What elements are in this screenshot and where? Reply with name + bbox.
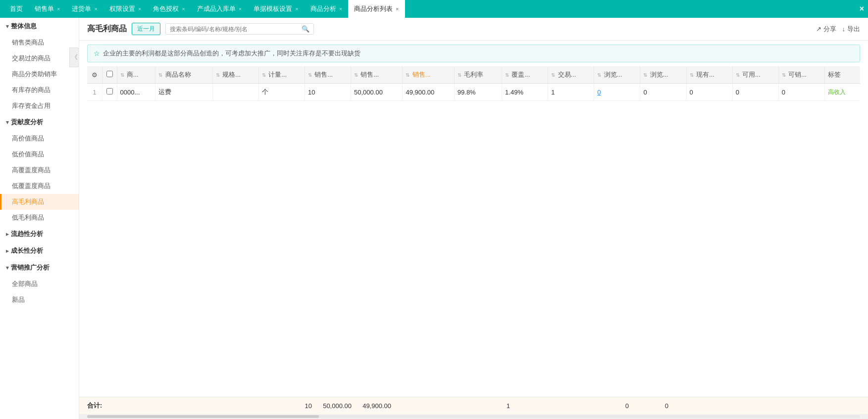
hint-icon: ☆ <box>94 49 100 57</box>
sidebar-item-all-goods[interactable]: 全部商品 <box>0 276 79 292</box>
hint-text: 企业的主要的利润都是这部分商品创造的，可考虑加大推广，同时关注库存是不要出现缺货 <box>103 49 360 58</box>
sidebar-group-trend[interactable]: ▸ 流趋性分析 <box>0 226 79 242</box>
col-current-stock: ⇅ 现有... <box>686 66 732 84</box>
hint-bar: ☆ 企业的主要的利润都是这部分商品创造的，可考虑加大推广，同时关注库存是不要出现… <box>87 45 860 62</box>
col-spec: ⇅ 规格... <box>212 66 258 84</box>
row-margin-rate: 99.8% <box>454 84 502 101</box>
row-name: 运费 <box>155 84 212 101</box>
period-button[interactable]: 近一月 <box>132 23 160 35</box>
close-icon[interactable]: × <box>339 6 342 12</box>
header-actions: ↗ 分享 ↓ 导出 <box>816 25 861 34</box>
export-button[interactable]: ↓ 导出 <box>842 25 861 34</box>
sidebar-group-marketing[interactable]: ▾ 营销推广分析 <box>0 259 79 276</box>
search-input[interactable] <box>170 26 302 33</box>
close-icon[interactable]: × <box>239 6 242 12</box>
col-sales-amount: ⇅ 销售... <box>351 66 403 84</box>
row-transactions: 1 <box>548 84 594 101</box>
tab-roles[interactable]: 角色授权 × <box>147 0 191 18</box>
sidebar-item-high-value[interactable]: 高价值商品 <box>0 131 79 146</box>
footer-bar: 合计: 10 50,000.00 49,900.00 1 0 0 <box>79 397 868 414</box>
row-available-stock: 0 <box>732 84 778 101</box>
export-icon: ↓ <box>842 25 846 33</box>
col-coverage: ⇅ 覆盖... <box>502 66 548 84</box>
scrollbar-thumb[interactable] <box>87 415 319 418</box>
data-table: ⚙ ⇅ 商... ⇅ 商品名称 <box>87 66 860 101</box>
tab-analysis-list[interactable]: 商品分析列表 × <box>348 0 405 18</box>
tab-template[interactable]: 单据模板设置 × <box>248 0 304 18</box>
sidebar-item-low-value[interactable]: 低价值商品 <box>0 146 79 162</box>
sidebar-item-low-coverage[interactable]: 低覆盖度商品 <box>0 178 79 194</box>
content-area: 高毛利商品 近一月 🔍 ↗ 分享 ↓ 导出 ☆ 企业的主要的利润都是这部分商品创… <box>79 18 868 419</box>
col-unit: ⇅ 计量... <box>258 66 305 84</box>
sort-icon: ⇅ <box>262 72 266 78</box>
sort-icon: ⇅ <box>406 72 409 78</box>
close-icon[interactable]: × <box>295 6 298 12</box>
sidebar-item-traded-goods[interactable]: 交易过的商品 <box>0 50 79 66</box>
row-sales-profit: 49,900.00 <box>403 84 454 101</box>
share-icon: ↗ <box>816 25 821 33</box>
row-current-stock: 0 <box>686 84 732 101</box>
sort-icon: ⇅ <box>120 72 124 78</box>
tab-purchase[interactable]: 进货单 × <box>66 0 103 18</box>
row-coverage: 1.49% <box>502 84 548 101</box>
settings-icon: ⚙ <box>92 71 98 79</box>
sidebar-item-sales-goods[interactable]: 销售类商品 <box>0 35 79 50</box>
sidebar-item-stock-goods[interactable]: 有库存的商品 <box>0 82 79 98</box>
sidebar-collapse-button[interactable]: 《 <box>69 47 79 67</box>
sidebar-item-low-margin[interactable]: 低毛利商品 <box>0 210 79 226</box>
expand-arrow-icon: ▾ <box>6 265 9 271</box>
row-checkbox[interactable] <box>102 84 117 101</box>
sort-icon: ⇅ <box>736 72 740 78</box>
select-all-checkbox[interactable] <box>106 71 113 77</box>
tab-inbound[interactable]: 产成品入库单 × <box>191 0 248 18</box>
search-icon[interactable]: 🔍 <box>302 25 309 33</box>
close-icon[interactable]: × <box>182 6 185 12</box>
sidebar-group-growth[interactable]: ▸ 成长性分析 <box>0 242 79 259</box>
footer-available-stock: 0 <box>632 402 671 410</box>
row-spec <box>212 84 258 101</box>
sort-icon: ⇅ <box>643 72 647 78</box>
table-header-row: ⚙ ⇅ 商... ⇅ 商品名称 <box>87 66 860 84</box>
sidebar-item-high-margin[interactable]: 高毛利商品 <box>0 194 79 210</box>
col-available-stock: ⇅ 可用... <box>732 66 778 84</box>
sort-icon: ⇅ <box>158 72 162 78</box>
row-num: 1 <box>87 84 102 101</box>
col-browse1: ⇅ 浏览... <box>594 66 640 84</box>
sort-icon: ⇅ <box>308 72 312 78</box>
close-icon[interactable]: × <box>138 6 141 12</box>
sidebar-item-high-coverage[interactable]: 高覆盖度商品 <box>0 162 79 178</box>
sidebar-item-new-goods[interactable]: 新品 <box>0 292 79 308</box>
row-browse2: 0 <box>640 84 686 101</box>
main-container: ▾ 整体信息 销售类商品 交易过的商品 商品分类助销率 有库存的商品 库存资金占… <box>0 18 868 419</box>
row-sales-qty: 10 <box>305 84 351 101</box>
share-button[interactable]: ↗ 分享 <box>816 25 836 34</box>
footer-sales-amount: 50,000.00 <box>315 402 355 410</box>
sidebar-item-category-rate[interactable]: 商品分类助销率 <box>0 66 79 82</box>
sidebar-item-stock-funds[interactable]: 库存资金占用 <box>0 98 79 114</box>
tab-sales[interactable]: 销售单 × <box>29 0 66 18</box>
footer-transactions: 1 <box>473 402 513 410</box>
sort-icon: ⇅ <box>216 72 220 78</box>
horizontal-scrollbar[interactable] <box>79 414 868 419</box>
col-browse2: ⇅ 浏览... <box>640 66 686 84</box>
tab-analysis[interactable]: 商品分析 × <box>305 0 348 18</box>
table-row: 1 0000... 运费 <box>87 84 860 101</box>
col-tag: 标签 <box>824 66 860 84</box>
close-icon[interactable]: × <box>57 6 60 12</box>
tab-permissions[interactable]: 权限设置 × <box>103 0 147 18</box>
row-sellable-stock: 0 <box>778 84 824 101</box>
sort-icon: ⇅ <box>782 72 786 78</box>
col-name: ⇅ 商品名称 <box>155 66 212 84</box>
sidebar-group-contribution[interactable]: ▾ 贡献度分析 <box>0 114 79 131</box>
close-all-tabs-button[interactable]: × <box>860 4 864 13</box>
sort-icon: ⇅ <box>690 72 694 78</box>
row-code: 0000... <box>117 84 155 101</box>
table-wrapper: ⚙ ⇅ 商... ⇅ 商品名称 <box>79 66 868 397</box>
col-checkbox[interactable] <box>102 66 117 84</box>
sidebar-group-overall[interactable]: ▾ 整体信息 <box>0 18 79 35</box>
col-settings[interactable]: ⚙ <box>87 66 102 84</box>
row-browse1[interactable]: 0 <box>594 84 640 101</box>
close-icon[interactable]: × <box>396 6 399 12</box>
close-icon[interactable]: × <box>94 6 97 12</box>
tab-home[interactable]: 首页 <box>4 0 29 18</box>
